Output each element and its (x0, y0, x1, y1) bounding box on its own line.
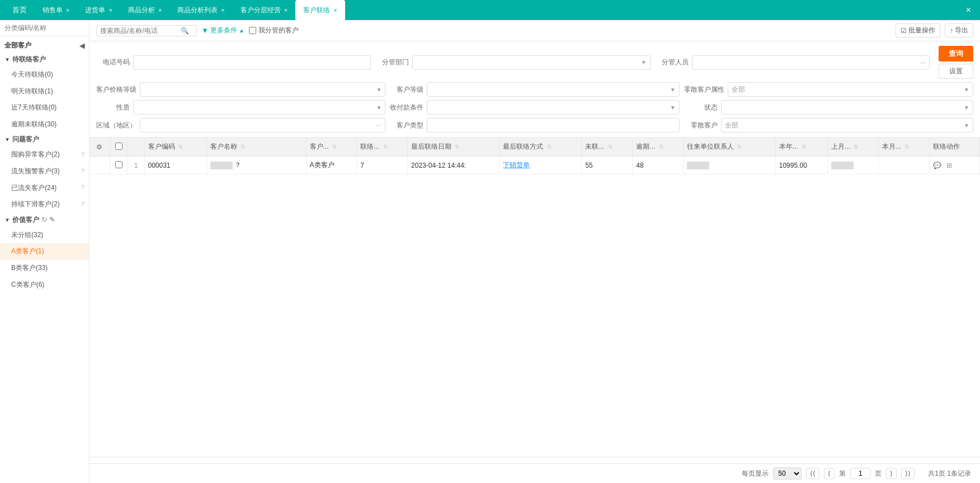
main-search-icon[interactable]: 🔍 (181, 27, 189, 35)
close-sales-tab[interactable]: × (66, 7, 69, 13)
col-no-contact-header[interactable]: 未联... ⇅ (582, 138, 633, 157)
last-month-sort-icon[interactable]: ⇅ (854, 144, 858, 150)
abnormal-help-icon[interactable]: ? (81, 149, 84, 160)
sidebar-item-declining[interactable]: 持续下滑客户(2) ? (0, 196, 89, 213)
select-all-checkbox[interactable] (115, 143, 123, 150)
tab-sales[interactable]: 销售单 × (35, 0, 77, 20)
close-customer-contact-tab[interactable]: × (333, 7, 337, 13)
tab-customer-segment[interactable]: 客户分层经营 × (233, 0, 295, 20)
value-group-edit-icon[interactable]: ✎ (49, 216, 55, 224)
close-purchase-tab[interactable]: × (109, 7, 112, 13)
price-level-select[interactable]: ▼ (140, 82, 385, 97)
col-last-month-header[interactable]: 上月... ⇅ (828, 138, 879, 157)
query-button[interactable]: 查询 (939, 46, 973, 61)
type-sort-icon[interactable]: ⇅ (332, 144, 337, 150)
name-sort-icon[interactable]: ⇅ (241, 144, 245, 150)
col-last-method-header[interactable]: 最后联络方式 ⇅ (500, 138, 582, 157)
main-search-input[interactable] (100, 27, 178, 35)
sidebar-collapse-icon[interactable]: ◀ (79, 42, 84, 50)
my-customers-checkbox[interactable] (249, 27, 256, 34)
window-close-button[interactable]: × (962, 5, 976, 15)
churn-warning-help-icon[interactable]: ? (81, 166, 84, 177)
sidebar-item-churned[interactable]: 已流失客户(24) ? (0, 180, 89, 197)
last-method-sort-icon[interactable]: ⇅ (547, 144, 552, 150)
sidebar-group-value[interactable]: ▼ 价值客户 ↻ ✎ (0, 213, 89, 227)
col-this-year-header[interactable]: 本年... ⇅ (775, 138, 827, 157)
tab-product-analysis[interactable]: 商品分析 × (120, 0, 169, 20)
retail-attr-label: 零散客户属性 (684, 85, 724, 94)
batch-operation-button[interactable]: ☑ 批量操作 (896, 23, 940, 37)
close-product-list-tab[interactable]: × (221, 7, 224, 13)
last-method-link[interactable]: 下销货单 (503, 161, 530, 169)
dept-select[interactable]: ▼ (412, 55, 650, 70)
sidebar-item-today-pending[interactable]: 今天待联络(0) (0, 67, 89, 83)
topbar: 首页 销售单 × 进货单 × 商品分析 × 商品分析列表 × 客户分层经营 × … (0, 0, 980, 20)
status-select[interactable]: ▼ (721, 100, 973, 115)
col-code-header[interactable]: 客户编码 ⇅ (144, 138, 206, 157)
close-product-analysis-tab[interactable]: × (158, 7, 162, 13)
phone-input[interactable] (133, 55, 371, 70)
value-group-refresh-icon[interactable]: ↻ (41, 216, 47, 224)
sidebar-group-problem[interactable]: ▼ 问题客户 (0, 132, 89, 146)
col-type-header[interactable]: 客户... ⇅ (306, 138, 357, 157)
sidebar-group-pending[interactable]: ▼ 待联络客户 (0, 53, 89, 67)
row-gear-cell (89, 157, 110, 174)
sidebar-item-overdue-pending[interactable]: 逾期未联络(30) (0, 116, 89, 133)
close-customer-segment-tab[interactable]: × (284, 7, 288, 13)
customer-level-select[interactable]: ▼ (427, 82, 679, 97)
declining-help-icon[interactable]: ? (81, 199, 84, 210)
col-unit-contact-header[interactable]: 往来单位联系人 ⇅ (684, 138, 776, 157)
action-more-icon[interactable]: ⊞ (946, 162, 952, 169)
next-last-page-button[interactable]: ⟩⟩ (901, 468, 915, 479)
sidebar-item-ungrouped[interactable]: 未分组(32) (0, 227, 89, 244)
table-settings-icon[interactable]: ⚙ (96, 143, 102, 151)
more-filters-button[interactable]: ▼ 更多条件 ▲ (201, 26, 244, 35)
no-contact-sort-icon[interactable]: ⇅ (608, 144, 613, 150)
tab-purchase[interactable]: 进货单 × (77, 0, 120, 20)
sidebar-item-churn-warning[interactable]: 流失预警客户(3) ? (0, 163, 89, 180)
churned-help-icon[interactable]: ? (81, 182, 84, 193)
code-sort-icon[interactable]: ⇅ (178, 144, 183, 150)
manager-input[interactable]: ··· (692, 55, 930, 70)
sidebar-item-tomorrow-pending[interactable]: 明天待联络(1) (0, 83, 89, 100)
my-customers-checkbox-label[interactable]: 我分管的客户 (249, 26, 299, 35)
col-last-date-header[interactable]: 最后联络日期 ⇅ (408, 138, 500, 157)
prev-first-page-button[interactable]: ⟨⟨ (806, 468, 819, 479)
unit-contact-sort-icon[interactable]: ⇅ (737, 144, 742, 150)
sidebar-item-abnormal[interactable]: 囤购异常客户(2) ? (0, 146, 89, 163)
overdue-sort-icon[interactable]: ⇅ (659, 144, 663, 150)
customer-type-input[interactable] (427, 118, 679, 132)
this-month-sort-icon[interactable]: ⇅ (904, 144, 909, 150)
col-contact-header[interactable]: 联络... ⇅ (357, 138, 408, 157)
home-tab[interactable]: 首页 (4, 0, 35, 20)
horizontal-scrollbar[interactable] (89, 457, 980, 463)
prev-page-button[interactable]: ⟨ (824, 468, 835, 479)
sidebar-item-7days-pending[interactable]: 近7天待联络(0) (0, 100, 89, 116)
sidebar-item-class-c[interactable]: C类客户(6) (0, 277, 89, 293)
page-number-input[interactable] (850, 468, 870, 479)
region-dots-icon[interactable]: ··· (376, 121, 381, 129)
action-chat-icon[interactable]: 💬 (933, 162, 941, 169)
this-year-sort-icon[interactable]: ⇅ (802, 144, 806, 150)
nature-select[interactable]: ▼ (133, 100, 385, 115)
col-overdue-header[interactable]: 逾期... ⇅ (633, 138, 684, 157)
per-page-select[interactable]: 50 100 (773, 467, 802, 480)
col-name-header[interactable]: 客户名称 ⇅ (206, 138, 306, 157)
col-this-month-header[interactable]: 本月... ⇅ (878, 138, 929, 157)
next-page-button[interactable]: ⟩ (886, 468, 897, 479)
tab-customer-contact[interactable]: 客户联络 × (295, 0, 345, 20)
sidebar-item-class-b[interactable]: B类客户(33) (0, 260, 89, 277)
row-checkbox[interactable] (115, 161, 123, 168)
sidebar-search-input[interactable] (4, 24, 88, 32)
retail-customer-select[interactable]: 全部 ▼ (721, 118, 973, 132)
payment-select[interactable]: ▼ (427, 100, 679, 115)
last-date-sort-icon[interactable]: ⇅ (455, 144, 459, 150)
manager-dots-icon[interactable]: ··· (920, 59, 926, 67)
export-button[interactable]: ↑ 导出 (945, 23, 973, 37)
contact-sort-icon[interactable]: ⇅ (383, 144, 388, 150)
sidebar-item-class-a[interactable]: A类客户(1) (0, 243, 89, 260)
region-input[interactable]: ··· (140, 118, 385, 132)
setting-button[interactable]: 设置 (939, 64, 973, 79)
retail-attr-select[interactable]: 全部 ▼ (728, 82, 973, 97)
tab-product-list[interactable]: 商品分析列表 × (169, 0, 232, 20)
